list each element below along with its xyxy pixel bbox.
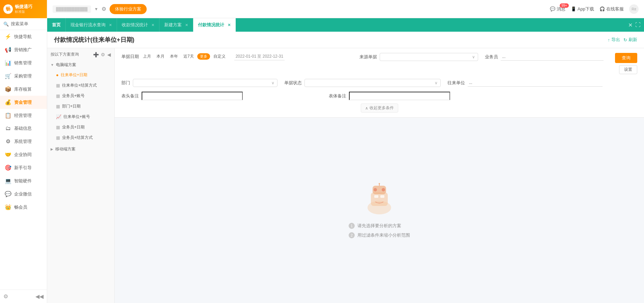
settings-scheme-btn[interactable]: ⚙	[101, 52, 105, 57]
sales-icon: 📊	[5, 60, 11, 66]
sidebar-item-fund-label: 资金管理	[14, 99, 32, 105]
settings-footer-icon[interactable]: ⚙	[3, 293, 8, 300]
inventory-icon: 📦	[5, 86, 11, 92]
online-service-btn[interactable]: 🎧 在线客服	[599, 6, 624, 12]
settings-btn[interactable]: 设置	[619, 65, 637, 74]
sidebar-item-quick-nav-label: 快捷导航	[14, 34, 32, 40]
collapse-conditions-btn[interactable]: ∧ 收起更多条件	[361, 103, 398, 113]
sidebar-item-enterprise[interactable]: 🤝 企业协同	[0, 148, 47, 161]
filter-source-doc-label: 来源单据	[359, 54, 377, 60]
filter-table-header-note-input[interactable]	[142, 92, 243, 100]
tab-home[interactable]: 首页	[47, 18, 66, 32]
online-service-label: 在线客服	[606, 6, 624, 12]
topbar-address-bar[interactable]: ████████████	[53, 5, 91, 13]
scheme-counterpart-date[interactable]: ● 往来单位+日期	[47, 70, 114, 80]
date-range-input[interactable]: 2022-01-01 至 2022-12-31	[234, 53, 285, 60]
scheme-staff-settle[interactable]: ▦ 业务员+结算方式	[47, 132, 114, 143]
sidebar-item-basic[interactable]: 🗂 基础信息	[0, 122, 47, 135]
filter-staff-input[interactable]: ...	[501, 53, 604, 61]
sidebar-item-system[interactable]: ⚙ 系统管理	[0, 135, 47, 148]
sidebar-item-fund[interactable]: 💰 资金管理	[0, 96, 47, 109]
export-icon: ↑	[608, 37, 610, 42]
sidebar-item-hardware[interactable]: 💻 智能硬件	[0, 174, 47, 187]
purchase-icon: 🛒	[5, 73, 11, 79]
date-btn-last-month[interactable]: 上月	[141, 53, 153, 60]
filter-table-body-note-input[interactable]	[349, 92, 450, 100]
collapse-panel-btn[interactable]: ◀	[107, 52, 111, 57]
svg-point-8	[379, 183, 380, 184]
tab-bank-flow-close[interactable]: ✕	[109, 23, 112, 27]
sidebar-item-sales[interactable]: 📊 销售管理	[0, 56, 47, 69]
filter-counterpart-input[interactable]: ...	[468, 79, 603, 87]
tab-receipt-stat-close[interactable]: ✕	[151, 23, 154, 27]
pc-group-header[interactable]: ▼ 电脑端方案	[47, 60, 114, 70]
empty-tip-1: 1 请先选择要分析的方案	[349, 223, 410, 229]
tab-receipt-stat[interactable]: 收款情况统计 ✕	[117, 18, 159, 32]
tabbar-close-icon[interactable]: ✕	[628, 22, 633, 28]
tab-new-scheme-close[interactable]: ✕	[185, 23, 188, 27]
tab-new-scheme[interactable]: 新建方案 ✕	[159, 18, 193, 32]
sidebar-item-marketing[interactable]: 📢 营销推广	[0, 43, 47, 56]
tab-home-label: 首页	[52, 22, 61, 28]
collapse-sidebar-icon[interactable]: ◀◀	[35, 293, 43, 300]
scheme-dept-date[interactable]: ▦ 部门+日期	[47, 101, 114, 112]
sidebar-item-guide[interactable]: 🎯 新手引导	[0, 161, 47, 174]
empty-tip-2-label: 用过滤条件来缩小分析范围	[357, 232, 410, 238]
tab-payment-stat-close[interactable]: ✕	[228, 23, 231, 27]
quick-nav-icon: ⚡	[5, 33, 11, 40]
panel-toolbar-title: 按以下方案查询	[51, 52, 79, 57]
filter-date-range-wrap: 2022-01-01 至 2022-12-31	[234, 53, 353, 60]
member-icon: 👑	[5, 204, 11, 210]
filter-counterpart-item: 往来单位 ...	[447, 79, 604, 87]
sidebar-item-member[interactable]: 👑 畅会员	[0, 201, 47, 214]
sidebar-search[interactable]: 🔍 搜索菜单	[0, 18, 47, 30]
sidebar-item-sales-label: 销售管理	[14, 60, 32, 66]
add-scheme-btn[interactable]: ➕	[93, 52, 99, 57]
date-btn-more[interactable]: 更多	[197, 53, 210, 60]
query-btn[interactable]: 查询	[615, 53, 637, 63]
sidebar-item-purchase[interactable]: 🛒 采购管理	[0, 69, 47, 83]
scheme-counterpart-account[interactable]: 📈 往来单位+账号	[47, 112, 114, 122]
filter-dept-select[interactable]: ∨	[133, 79, 277, 87]
sidebar-item-quick-nav[interactable]: ⚡ 快捷导航	[0, 30, 47, 43]
wechat-icon: 💬	[5, 191, 11, 197]
trial-btn[interactable]: 体验行业方案	[110, 4, 147, 14]
user-avatar[interactable]: Rit	[629, 4, 639, 14]
scheme-counterpart-settle[interactable]: ▦ 往来单位+结算方式	[47, 80, 114, 91]
topbar-gear-icon[interactable]: ⚙	[101, 6, 106, 12]
sidebar-search-label: 搜索菜单	[11, 21, 28, 27]
filter-table-body-note-item: 表体备注	[329, 92, 529, 100]
empty-tip-1-label: 请先选择要分析的方案	[357, 223, 401, 229]
filter-staff-label: 业务员	[485, 54, 498, 60]
sidebar-item-guide-label: 新手引导	[14, 165, 32, 171]
date-btn-custom[interactable]: 自定义	[211, 53, 228, 60]
sidebar-item-wechat[interactable]: 💬 企业微信	[0, 187, 47, 201]
export-btn[interactable]: ↑ 导出	[608, 37, 620, 43]
scheme-table-icon-4: ▦	[56, 125, 60, 130]
service-icon: 🎧	[599, 6, 605, 11]
filter-doc-status-select[interactable]: ∨	[304, 79, 440, 87]
messages-btn[interactable]: 💬 消息 99+	[550, 6, 565, 12]
date-btn-this-month[interactable]: 本月	[154, 53, 167, 60]
scheme-staff-account[interactable]: ▦ 业务员+账号	[47, 91, 114, 101]
sidebar-item-hardware-label: 智能硬件	[14, 178, 32, 184]
topbar-chevron-icon[interactable]: ▼	[94, 7, 98, 11]
page-title: 付款情况统计(往来单位+日期)	[54, 36, 135, 44]
app-download-btn[interactable]: 📱 App下载	[571, 6, 594, 12]
tabbar-expand-icon[interactable]: ⛶	[635, 22, 641, 28]
filter-table-header-note-label: 表头备注	[121, 93, 139, 99]
pc-group-label: 电脑端方案	[56, 62, 76, 68]
tab-bank-flow[interactable]: 现金银行流水查询 ✕	[66, 18, 117, 32]
filter-source-doc-select[interactable]: ∨	[380, 53, 478, 61]
scheme-table-icon-2: ▦	[56, 93, 60, 98]
sidebar-item-operation[interactable]: 📋 经营管理	[0, 109, 47, 122]
scheme-staff-date[interactable]: ▦ 业务员+日期	[47, 122, 114, 132]
tab-payment-stat[interactable]: 付款情况统计 ✕	[193, 18, 236, 32]
refresh-btn[interactable]: ↻ 刷新	[623, 37, 637, 43]
date-btn-this-year[interactable]: 本年	[168, 53, 180, 60]
mobile-group-header[interactable]: ▶ 移动端方案	[47, 144, 114, 154]
filter-date-options: 上月 本月 本年 近7天 更多 自定义	[141, 53, 228, 60]
filter-dept-arrow: ∨	[271, 81, 274, 85]
sidebar-item-inventory[interactable]: 📦 库存核算	[0, 83, 47, 96]
date-btn-7days[interactable]: 近7天	[181, 53, 196, 60]
